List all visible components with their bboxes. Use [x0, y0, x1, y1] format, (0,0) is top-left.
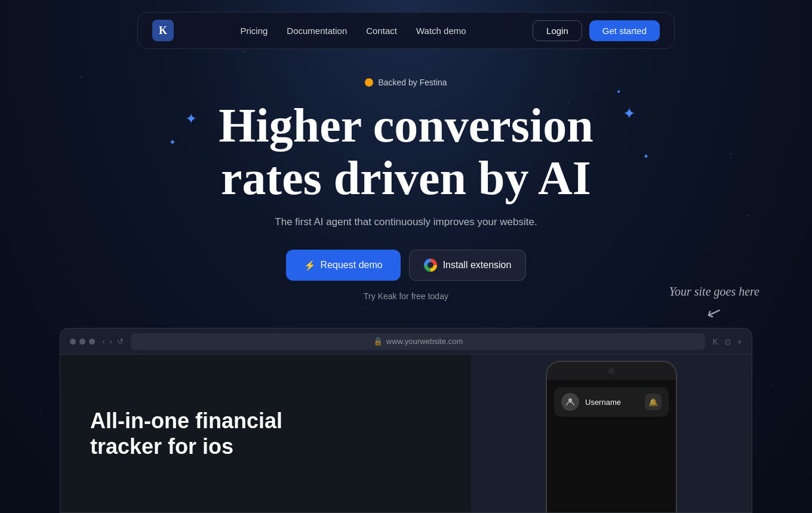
install-extension-button[interactable]: Install extension: [409, 250, 527, 281]
nav-actions: Login Get started: [533, 20, 660, 41]
back-icon[interactable]: ‹: [102, 337, 104, 346]
clock-icon: ⊙: [724, 337, 731, 346]
nav-item-pricing[interactable]: Pricing: [240, 26, 267, 36]
traffic-light-minimize: [79, 339, 85, 345]
badge-dot: [365, 78, 373, 87]
navbar: K Pricing Documentation Contact Watch de…: [137, 12, 675, 49]
hero-title: Higher conversion rates driven by AI: [219, 99, 593, 204]
browser-site-content: All-in-one financial tracker for ios: [60, 355, 471, 512]
hero-subtitle: The first AI agent that continuously imp…: [275, 216, 537, 228]
browser-bar: ‹ › ↺ 🔒 www.yourwebsite.com K ⊙ +: [60, 328, 752, 355]
browser-mockup: ‹ › ↺ 🔒 www.yourwebsite.com K ⊙ + All-in…: [60, 328, 752, 513]
browser-right-panel: Username 🔔: [471, 355, 752, 512]
phone-content: Username 🔔: [547, 380, 676, 512]
phone-status-bar: [547, 362, 676, 380]
phone-username: Username: [585, 398, 621, 407]
lock-icon: 🔒: [373, 337, 383, 346]
logo-letter: K: [159, 24, 167, 37]
browser-traffic-lights: [70, 339, 95, 345]
nav-links: Pricing Documentation Contact Watch demo: [240, 26, 466, 36]
svg-point-0: [568, 398, 572, 402]
phone-camera: [608, 368, 614, 374]
login-button[interactable]: Login: [533, 20, 582, 41]
request-demo-label: Request demo: [321, 260, 383, 271]
browser-url-bar[interactable]: 🔒 www.yourwebsite.com: [131, 333, 706, 350]
get-started-button[interactable]: Get started: [589, 20, 660, 41]
forward-icon[interactable]: ›: [109, 337, 112, 346]
badge: Backed by Festina: [365, 78, 447, 87]
site-annotation: Your site goes here ↙: [669, 284, 759, 322]
badge-text: Backed by Festina: [378, 78, 447, 87]
browser-nav-controls: ‹ › ↺: [102, 337, 124, 346]
phone-notification-bell: 🔔: [645, 394, 662, 410]
url-text: www.yourwebsite.com: [386, 337, 463, 346]
site-title-line1: All-in-one financial: [90, 408, 282, 433]
traffic-light-maximize: [89, 339, 95, 345]
hero-title-line1: Higher conversion: [219, 99, 593, 152]
nav-item-contact[interactable]: Contact: [366, 26, 397, 36]
browser-right-controls: K ⊙ +: [712, 337, 742, 346]
hero-section: Backed by Festina Higher conversion rate…: [0, 78, 812, 301]
browser-site-title: All-in-one financial tracker for ios: [90, 408, 441, 459]
logo[interactable]: K: [152, 20, 174, 41]
request-demo-button[interactable]: ⚡ Request demo: [286, 250, 401, 281]
chrome-icon: [424, 259, 437, 272]
browser-content: All-in-one financial tracker for ios: [60, 355, 752, 512]
add-tab-icon[interactable]: +: [737, 337, 742, 346]
phone-avatar: [561, 393, 579, 411]
keak-browser-icon: K: [712, 337, 718, 346]
site-title-line2: tracker for ios: [90, 434, 233, 459]
phone-user-row: Username 🔔: [554, 387, 669, 417]
reload-icon[interactable]: ↺: [117, 337, 124, 346]
nav-item-watch-demo[interactable]: Watch demo: [416, 26, 466, 36]
install-extension-label: Install extension: [443, 260, 512, 271]
nav-item-documentation[interactable]: Documentation: [287, 26, 347, 36]
free-trial-text: Try Keak for free today: [364, 291, 448, 301]
hero-buttons: ⚡ Request demo Install extension: [286, 250, 527, 281]
phone-mockup: Username 🔔: [546, 361, 677, 512]
hero-title-line2: rates driven by AI: [221, 152, 591, 204]
lightning-icon: ⚡: [304, 260, 316, 271]
traffic-light-close: [70, 339, 76, 345]
